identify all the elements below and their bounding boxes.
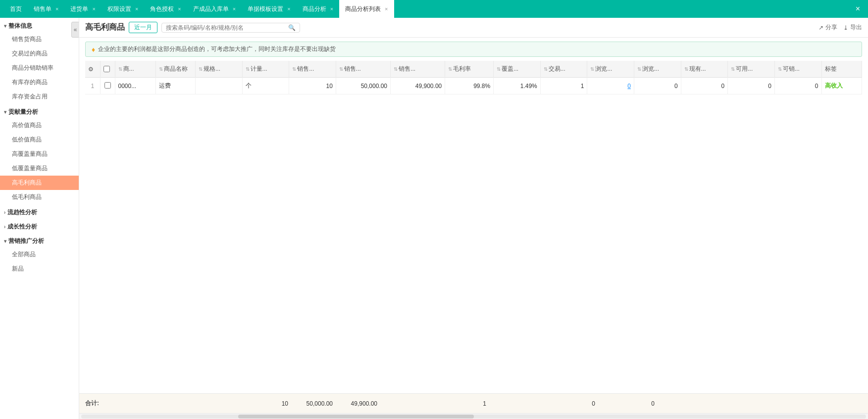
cell-name: 运费 bbox=[155, 78, 195, 94]
nav-close-product-instock[interactable]: × bbox=[233, 6, 236, 12]
sidebar-item-stock-capital[interactable]: 库存资金占用 bbox=[0, 90, 79, 104]
nav-close-permission[interactable]: × bbox=[135, 6, 138, 12]
table-container[interactable]: ⚙ ⇅ 商... ⇅ bbox=[79, 61, 868, 393]
sidebar-group-contribution[interactable]: ▾ 贡献量分析 bbox=[0, 104, 79, 118]
col-trade-sort-icon: ⇅ bbox=[544, 66, 548, 72]
share-icon: ↗ bbox=[818, 24, 823, 31]
nav-close-product-analysis[interactable]: × bbox=[330, 6, 333, 12]
cell-stock-current: 0 bbox=[681, 78, 728, 94]
sidebar-item-all-goods[interactable]: 全部商品 bbox=[0, 247, 79, 262]
nav-template[interactable]: 单据模板设置 × bbox=[242, 0, 296, 18]
nav-product-analysis[interactable]: 商品分析 × bbox=[297, 0, 339, 18]
nav-close-analysis-list[interactable]: × bbox=[385, 6, 388, 12]
col-view2-sort-icon: ⇅ bbox=[637, 66, 641, 72]
col-unit-sort-icon: ⇅ bbox=[246, 66, 250, 72]
cell-num: 1 bbox=[85, 78, 100, 94]
sidebar-group-growth[interactable]: › 成长性分析 bbox=[0, 219, 79, 233]
search-icon[interactable]: 🔍 bbox=[288, 24, 296, 31]
nav-close-template[interactable]: × bbox=[287, 6, 290, 12]
col-view2[interactable]: ⇅ 浏览... bbox=[634, 61, 681, 78]
sidebar-item-high-margin[interactable]: 高毛利商品 bbox=[0, 176, 79, 190]
col-coverage[interactable]: ⇅ 覆盖... bbox=[494, 61, 541, 78]
sidebar-group-flow[interactable]: › 流趋性分析 bbox=[0, 204, 79, 219]
sidebar-group-overall[interactable]: ▾ 整体信息 bbox=[0, 18, 79, 32]
search-box: 🔍 bbox=[161, 23, 300, 33]
cell-stock-salable: 0 bbox=[774, 78, 821, 94]
nav-home[interactable]: 首页 bbox=[4, 0, 28, 18]
footer-stock-salable: 0 bbox=[628, 400, 658, 407]
col-code[interactable]: ⇅ 商... bbox=[115, 61, 155, 78]
sidebar-group-marketing[interactable]: ▾ 营销推广分析 bbox=[0, 233, 79, 247]
col-sales-profit[interactable]: ⇅ 销售... bbox=[391, 61, 445, 78]
col-gross-rate[interactable]: ⇅ 毛利率 bbox=[445, 61, 494, 78]
col-stock-available-sort-icon: ⇅ bbox=[731, 66, 735, 72]
filter-btn-month[interactable]: 近一月 bbox=[129, 22, 157, 33]
arrow-flow: › bbox=[4, 210, 5, 215]
sidebar-item-low-value[interactable]: 低价值商品 bbox=[0, 133, 79, 147]
cell-sales-qty: 10 bbox=[289, 78, 336, 94]
select-all-checkbox[interactable] bbox=[103, 66, 110, 72]
arrow-overall: ▾ bbox=[4, 23, 6, 29]
sidebar-item-high-coverage[interactable]: 高覆盖量商品 bbox=[0, 147, 79, 161]
col-amount-sort-icon: ⇅ bbox=[339, 66, 343, 72]
search-input[interactable] bbox=[166, 24, 286, 31]
col-spec-sort-icon: ⇅ bbox=[199, 66, 203, 72]
horizontal-scrollbar[interactable] bbox=[79, 413, 868, 419]
col-unit[interactable]: ⇅ 计量... bbox=[242, 61, 289, 78]
col-stock-current[interactable]: ⇅ 现有... bbox=[681, 61, 728, 78]
nav-close-purchase[interactable]: × bbox=[92, 6, 95, 12]
cell-checkbox[interactable] bbox=[100, 78, 115, 94]
nav-product-instock[interactable]: 产成品入库单 × bbox=[187, 0, 242, 18]
nav-sales[interactable]: 销售单 × bbox=[28, 0, 64, 18]
export-btn[interactable]: ⤓ 导出 bbox=[843, 23, 862, 32]
arrow-contribution: ▾ bbox=[4, 109, 6, 115]
sidebar-item-low-margin[interactable]: 低毛利商品 bbox=[0, 190, 79, 204]
top-nav: 首页 销售单 × 进货单 × 权限设置 × 角色授权 × 产成品入库单 × 单据… bbox=[0, 0, 868, 18]
col-view1[interactable]: ⇅ 浏览... bbox=[587, 61, 634, 78]
cell-view1[interactable]: 0 bbox=[587, 78, 634, 94]
col-sales-amount[interactable]: ⇅ 销售... bbox=[336, 61, 390, 78]
header-actions: ↗ 分享 ⤓ 导出 bbox=[818, 23, 862, 32]
nav-close-role[interactable]: × bbox=[178, 6, 181, 12]
sidebar-item-low-coverage[interactable]: 低覆盖量商品 bbox=[0, 161, 79, 176]
scrollbar-track bbox=[81, 415, 866, 419]
nav-purchase[interactable]: 进货单 × bbox=[64, 0, 101, 18]
col-checkbox[interactable] bbox=[100, 61, 115, 78]
col-stock-salable[interactable]: ⇅ 可销... bbox=[774, 61, 821, 78]
sidebar-item-new-goods[interactable]: 新品 bbox=[0, 262, 79, 276]
footer-stock-current: 0 bbox=[568, 400, 598, 407]
nav-close-sales[interactable]: × bbox=[55, 6, 58, 12]
sidebar: « ▾ 整体信息 销售货商品 交易过的商品 商品分销助销率 有库存的商品 库存资… bbox=[0, 18, 79, 419]
nav-role[interactable]: 角色授权 × bbox=[144, 0, 187, 18]
cell-coverage: 1.49% bbox=[494, 78, 541, 94]
arrow-marketing: ▾ bbox=[4, 238, 6, 244]
nav-global-close[interactable]: × bbox=[852, 4, 864, 13]
col-trade[interactable]: ⇅ 交易... bbox=[540, 61, 587, 78]
sidebar-item-in-stock[interactable]: 有库存的商品 bbox=[0, 75, 79, 90]
col-profit-sort-icon: ⇅ bbox=[394, 66, 398, 72]
sidebar-item-sales-goods[interactable]: 销售货商品 bbox=[0, 32, 79, 47]
cell-view2: 0 bbox=[634, 78, 681, 94]
cell-sales-amount: 50,000.00 bbox=[336, 78, 390, 94]
col-tag[interactable]: 标签 bbox=[821, 61, 862, 78]
row-checkbox[interactable] bbox=[104, 82, 111, 89]
content-area: 高毛利商品 近一月 🔍 ↗ 分享 ⤓ 导出 ♦ 企业的主要的利润都是这部分商品创… bbox=[79, 18, 868, 419]
sidebar-item-distribution-rate[interactable]: 商品分销助销率 bbox=[0, 61, 79, 75]
col-sales-qty[interactable]: ⇅ 销售... bbox=[289, 61, 336, 78]
nav-permission[interactable]: 权限设置 × bbox=[102, 0, 144, 18]
sidebar-collapse-btn[interactable]: « bbox=[71, 22, 79, 38]
col-stock-available[interactable]: ⇅ 可用... bbox=[728, 61, 775, 78]
col-settings[interactable]: ⚙ bbox=[85, 61, 100, 78]
col-name[interactable]: ⇅ 商品名称 bbox=[155, 61, 195, 78]
share-btn[interactable]: ↗ 分享 bbox=[818, 23, 837, 32]
col-spec[interactable]: ⇅ 规格... bbox=[195, 61, 242, 78]
nav-analysis-list[interactable]: 商品分析列表 × bbox=[339, 0, 394, 18]
info-banner: ♦ 企业的主要的利润都是这部分商品创造的，可考虑加大推广，同时关注库存是不要出现… bbox=[85, 42, 862, 57]
sidebar-item-traded-goods[interactable]: 交易过的商品 bbox=[0, 47, 79, 61]
cell-stock-available: 0 bbox=[728, 78, 775, 94]
cell-tag: 高收入 bbox=[821, 78, 862, 94]
sidebar-item-high-value[interactable]: 高价值商品 bbox=[0, 118, 79, 133]
arrow-growth: › bbox=[4, 224, 5, 230]
scrollbar-thumb[interactable] bbox=[238, 415, 474, 419]
content-header: 高毛利商品 近一月 🔍 ↗ 分享 ⤓ 导出 bbox=[79, 18, 868, 38]
